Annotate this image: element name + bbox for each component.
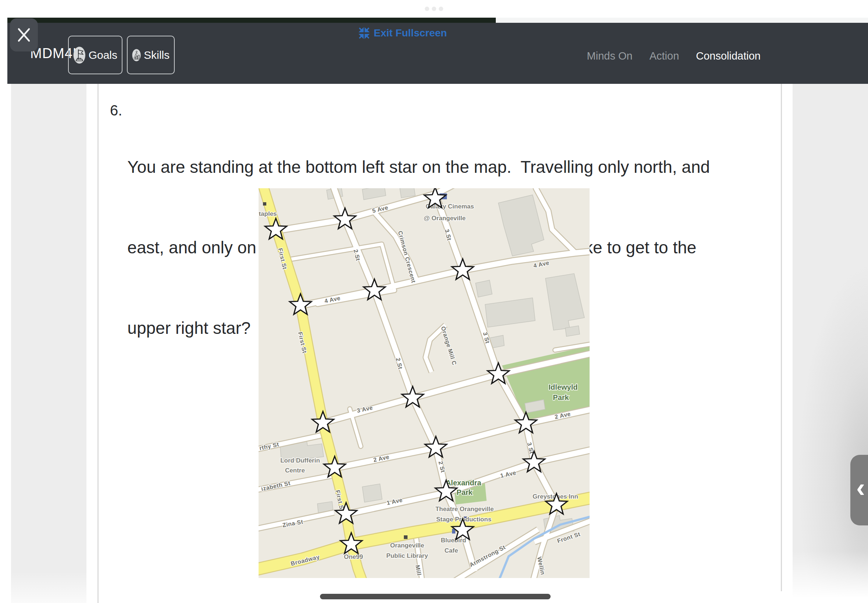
horizontal-scrollbar[interactable]: [320, 594, 551, 599]
map-label: Cafe: [445, 547, 458, 554]
staples-marker: [263, 202, 266, 206]
map-label: Lord Dufferin: [280, 457, 320, 464]
tab-action[interactable]: Action: [650, 50, 679, 62]
right-margin-panel: [792, 84, 868, 603]
map-label: Centre: [285, 467, 305, 474]
goals-button[interactable]: Goals: [68, 36, 122, 74]
skills-label: Skills: [144, 49, 170, 62]
left-margin-panel: [11, 84, 87, 603]
map-label: Idlewyld: [549, 383, 578, 391]
map-label: @ Orangeville: [424, 215, 466, 222]
lesson-header: MDM4U Goals Skills Exit Fullscreen: [7, 23, 868, 84]
question-number: 6.: [110, 100, 122, 395]
map-image: 5 Ave4 Ave4 Ave3 Ave2 Ave2 Ave1 Ave1 Ave…: [258, 188, 589, 578]
window-drag-dots-icon[interactable]: [425, 7, 443, 11]
climb-steps-icon: [132, 42, 141, 68]
exit-fullscreen-label: Exit Fullscreen: [374, 27, 447, 39]
map-label: Orangeville: [390, 542, 424, 549]
map-building: [565, 326, 580, 336]
window-titlebar: [0, 0, 868, 18]
accent-strip-right: [496, 18, 868, 23]
collapse-panel-tab[interactable]: ‹: [850, 455, 868, 526]
accent-strip: [7, 18, 496, 23]
content-right-border: [781, 84, 782, 591]
goals-label: Goals: [89, 49, 117, 62]
tab-minds-on[interactable]: Minds On: [587, 50, 633, 62]
map-building: [362, 484, 382, 502]
exit-fullscreen-button[interactable]: Exit Fullscreen: [356, 26, 449, 40]
flag-icon: [73, 42, 86, 68]
tab-consolidation[interactable]: Consolidation: [696, 50, 761, 62]
map-label: Public Library: [386, 552, 428, 559]
content-left-border: [97, 84, 99, 603]
map-label: Bluebird: [441, 537, 466, 544]
map-label: Alexandra: [446, 479, 482, 487]
chevron-left-icon: ‹: [856, 471, 865, 504]
map-label: Park: [456, 488, 473, 496]
lesson-nav: Minds On Action Consolidation: [587, 50, 761, 62]
collapse-arrows-icon: [358, 26, 370, 40]
library-marker: [404, 535, 407, 539]
map-label: Park: [553, 393, 569, 402]
map-label: One99: [344, 554, 363, 560]
close-button[interactable]: [10, 19, 38, 51]
question-line: You are standing at the bottom left star…: [127, 154, 775, 181]
map-building: [475, 280, 492, 297]
map-label: Theatre Orangeville: [435, 506, 494, 513]
map-label: taples: [258, 210, 277, 217]
close-icon: [16, 27, 32, 43]
skills-button[interactable]: Skills: [127, 36, 175, 74]
